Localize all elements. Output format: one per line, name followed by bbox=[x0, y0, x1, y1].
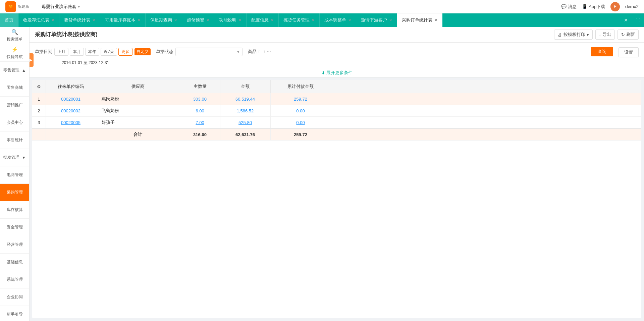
cell-qty[interactable]: 303.00 bbox=[180, 93, 220, 105]
th-gear[interactable]: ⚙ bbox=[32, 80, 46, 93]
sidebar-item-operations[interactable]: 经营管理 bbox=[0, 236, 29, 254]
shortcut-this-month[interactable]: 本月 bbox=[70, 48, 84, 56]
app-download-btn[interactable]: 📱 App下载 bbox=[582, 4, 605, 10]
close-icon[interactable]: ✕ bbox=[92, 18, 95, 22]
cell-amount[interactable]: 525.80 bbox=[220, 117, 270, 129]
cell-code[interactable]: 00020002 bbox=[46, 105, 96, 117]
table-row: 3 00020005 好孩子 7.00 525.80 0.00 bbox=[32, 117, 641, 129]
cell-paid[interactable]: 0.00 bbox=[270, 105, 331, 117]
date-label: 单据日期 bbox=[35, 49, 52, 55]
sidebar-item-system[interactable]: 系统管理 bbox=[0, 271, 29, 288]
shortcut-more[interactable]: 更多 bbox=[118, 48, 132, 56]
refresh-btn[interactable]: ↻ 刷新 bbox=[618, 30, 639, 40]
more-filters-icon[interactable]: ··· bbox=[267, 49, 271, 55]
shortcut-this-year[interactable]: 本年 bbox=[85, 48, 99, 56]
close-icon[interactable]: ✕ bbox=[138, 18, 141, 22]
cell-paid[interactable]: 0.00 bbox=[270, 117, 331, 129]
page-title: 采购订单统计表(按供应商) bbox=[35, 31, 98, 38]
export-btn[interactable]: ↓ 导出 bbox=[595, 30, 615, 40]
username-label: demo2 bbox=[625, 4, 639, 9]
filter-row-1: 单据日期 上月 本月 本年 近7天 更多 自定义 单据状态 ▾ bbox=[35, 46, 639, 57]
status-filter: 单据状态 ▾ bbox=[156, 48, 243, 56]
tab-receive-summary[interactable]: 收发存汇总表 ✕ bbox=[18, 13, 59, 27]
sidebar-label-search: 搜索菜单 bbox=[7, 37, 23, 42]
close-icon[interactable]: ✕ bbox=[271, 18, 274, 22]
tab-home[interactable]: 首页 bbox=[0, 13, 18, 27]
sidebar-item-wholesale[interactable]: 批发管理 ▼ bbox=[0, 149, 29, 166]
messages-btn[interactable]: 💬 消息 bbox=[561, 4, 577, 10]
sidebar-item-shortcuts[interactable]: ⚡ 快捷导航 bbox=[0, 44, 29, 62]
ecommerce-label: 电商管理 bbox=[7, 172, 23, 178]
close-icon[interactable]: ✕ bbox=[238, 18, 241, 22]
sidebar-item-retail-mgmt[interactable]: 零售管理 ▲ bbox=[0, 62, 29, 79]
tab-pick-task[interactable]: 拣货任务管理 ✕ bbox=[279, 13, 320, 27]
cell-no: 3 bbox=[32, 117, 46, 129]
cell-amount[interactable]: 1,586.52 bbox=[220, 105, 270, 117]
tab-shelf-life[interactable]: 保质期查询 ✕ bbox=[146, 13, 182, 27]
workspace-selector[interactable]: 母婴行业演示账套 ▾ bbox=[39, 4, 83, 10]
cell-extra bbox=[331, 93, 641, 105]
sidebar-item-basic-info[interactable]: 基础信息 bbox=[0, 254, 29, 271]
tab-purchase-stats[interactable]: 采购订单统计表 ✕ bbox=[397, 13, 442, 27]
cell-amount[interactable]: 60,519.44 bbox=[220, 93, 270, 105]
template-print-btn[interactable]: 🖨 按模板打印 ▾ bbox=[554, 30, 593, 40]
footer-amount: 62,631.76 bbox=[220, 128, 270, 141]
retail-mgmt-label: 零售管理 bbox=[3, 67, 19, 73]
filter-toggle-btn[interactable]: ▶ bbox=[30, 53, 34, 67]
sidebar-item-collab[interactable]: 企业协同 bbox=[0, 288, 29, 306]
sidebar-item-retail-stats[interactable]: 零售统计 bbox=[0, 131, 29, 149]
cell-code[interactable]: 00020005 bbox=[46, 117, 96, 129]
sidebar-item-members[interactable]: 会员中心 bbox=[0, 114, 29, 131]
sidebar-item-newbie[interactable]: 新手引导 bbox=[0, 306, 29, 321]
messages-label: 消息 bbox=[568, 4, 577, 10]
sidebar-item-inventory[interactable]: 库存核算 bbox=[0, 201, 29, 219]
settings-btn[interactable]: 设置 bbox=[619, 47, 639, 57]
system-label: 系统管理 bbox=[7, 277, 23, 282]
avatar[interactable]: E bbox=[610, 2, 620, 11]
sidebar-item-marketing[interactable]: 营销推广 bbox=[0, 97, 29, 114]
sidebar-item-finance[interactable]: 资金管理 bbox=[0, 219, 29, 236]
avatar-initials: E bbox=[614, 4, 616, 9]
tab-guide[interactable]: 功能说明 ✕ bbox=[214, 13, 247, 27]
inventory-label: 库存核算 bbox=[7, 207, 23, 213]
tab-home-label: 首页 bbox=[5, 17, 13, 23]
cell-qty[interactable]: 6.00 bbox=[180, 105, 220, 117]
sidebar-item-search[interactable]: 🔍 搜索菜单 bbox=[0, 27, 29, 44]
cell-code[interactable]: 00020001 bbox=[46, 93, 96, 105]
nav-close-btn[interactable]: ✕ bbox=[620, 13, 632, 27]
shortcut-7days[interactable]: 近7天 bbox=[101, 48, 117, 56]
tab-invite-downstream[interactable]: 邀请下游客户 ✕ bbox=[356, 13, 397, 27]
close-icon[interactable]: ✕ bbox=[434, 18, 437, 22]
sidebar-item-retail-store[interactable]: 零售商城 bbox=[0, 79, 29, 97]
refresh-icon: ↻ bbox=[621, 32, 625, 37]
status-select[interactable]: ▾ bbox=[175, 48, 243, 56]
tab-overstock[interactable]: 超储预警 ✕ bbox=[182, 13, 214, 27]
goods-input[interactable] bbox=[259, 50, 265, 53]
finance-label: 资金管理 bbox=[7, 224, 23, 230]
workspace-label: 母婴行业演示账套 bbox=[42, 4, 76, 10]
th-amount: 金额 bbox=[220, 80, 270, 93]
sidebar-item-ecommerce[interactable]: 电商管理 bbox=[0, 166, 29, 184]
shortcut-last-month[interactable]: 上月 bbox=[54, 48, 68, 56]
cell-paid[interactable]: 259.72 bbox=[270, 93, 331, 105]
close-icon[interactable]: ✕ bbox=[174, 18, 177, 22]
tab-available-stock[interactable]: 可用量库存账本 ✕ bbox=[100, 13, 146, 27]
template-print-label: 按模板打印 bbox=[564, 32, 585, 38]
sidebar-item-purchase[interactable]: 采购管理 bbox=[0, 184, 29, 201]
search-btn[interactable]: 查询 bbox=[591, 47, 613, 56]
tab-cost-adjust[interactable]: 成本调整单 ✕ bbox=[320, 13, 356, 27]
cell-supplier: 飞鹤奶粉 bbox=[96, 105, 180, 117]
expand-more-btn[interactable]: ⬇ 展开更多条件 bbox=[35, 68, 639, 77]
cell-qty[interactable]: 7.00 bbox=[180, 117, 220, 129]
close-icon[interactable]: ✕ bbox=[312, 18, 315, 22]
close-icon[interactable]: ✕ bbox=[206, 18, 209, 22]
close-icon[interactable]: ✕ bbox=[348, 18, 351, 22]
close-icon[interactable]: ✕ bbox=[51, 18, 54, 22]
tab-order-stats[interactable]: 要货单统计表 ✕ bbox=[59, 13, 100, 27]
main-nav: 首页 收发存汇总表 ✕ 要货单统计表 ✕ 可用量库存账本 ✕ 保质期查询 ✕ 超… bbox=[0, 13, 644, 27]
newbie-label: 新手引导 bbox=[7, 312, 23, 317]
close-icon[interactable]: ✕ bbox=[389, 18, 392, 22]
footer-paid: 259.72 bbox=[270, 128, 331, 141]
tab-config[interactable]: 配置信息 ✕ bbox=[247, 13, 279, 27]
nav-fullscreen-btn[interactable]: ⛶ bbox=[632, 13, 644, 27]
